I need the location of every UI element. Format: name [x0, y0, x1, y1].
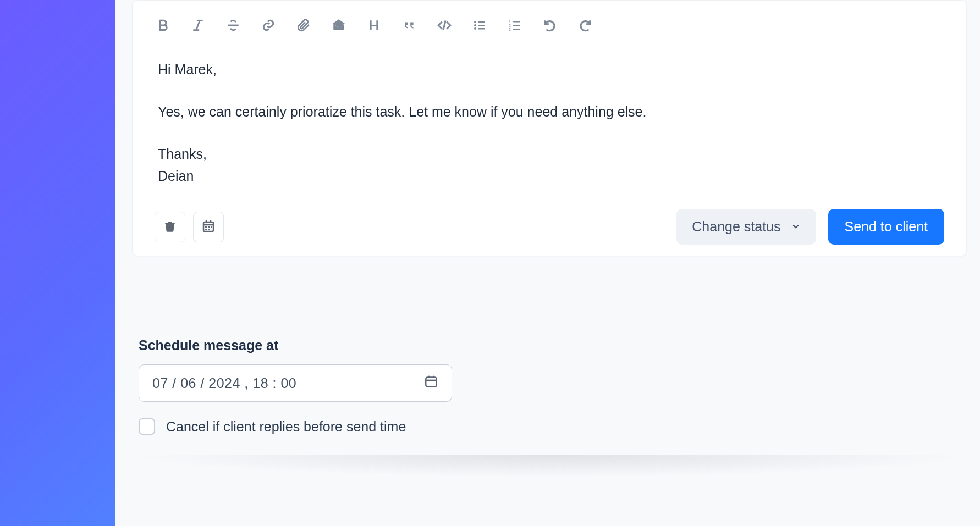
schedule-datetime-input[interactable]: 07 / 06 / 2024 , 18 : 00: [139, 364, 452, 402]
bullet-list-icon[interactable]: [471, 17, 488, 34]
svg-point-7: [474, 27, 476, 30]
svg-rect-27: [426, 377, 437, 386]
strikethrough-icon[interactable]: [225, 17, 241, 34]
change-status-button[interactable]: Change status: [676, 209, 816, 245]
svg-rect-14: [513, 21, 520, 23]
svg-rect-23: [208, 226, 210, 228]
svg-text:2: 2: [509, 24, 511, 27]
svg-line-2: [196, 20, 200, 30]
trash-icon: [163, 219, 177, 234]
send-button[interactable]: Send to client: [828, 209, 945, 245]
redo-icon[interactable]: [577, 17, 593, 34]
send-button-label: Send to client: [845, 219, 928, 234]
attachment-icon[interactable]: [295, 17, 312, 34]
editor-toolbar: 123: [133, 1, 966, 40]
svg-rect-16: [513, 29, 520, 30]
svg-rect-25: [205, 229, 207, 230]
italic-icon[interactable]: [190, 17, 206, 34]
change-status-label: Change status: [692, 219, 780, 235]
panel-background: 123 Hi Marek, Yes, we can certainly prio…: [115, 0, 980, 526]
undo-icon[interactable]: [542, 17, 558, 34]
svg-text:3: 3: [509, 27, 511, 31]
svg-rect-8: [478, 21, 485, 23]
action-row: Change status Send to client: [133, 197, 966, 245]
bold-icon[interactable]: [155, 17, 171, 34]
signature-line: Deian: [158, 165, 941, 187]
delete-button[interactable]: [155, 212, 185, 242]
thanks-line: Thanks,: [158, 143, 941, 165]
editor-card: 123 Hi Marek, Yes, we can certainly prio…: [132, 0, 967, 256]
svg-line-4: [443, 20, 445, 30]
cancel-if-replies-checkbox[interactable]: [139, 418, 155, 435]
envelope-open-icon[interactable]: [331, 17, 347, 34]
cancel-if-replies-row: Cancel if client replies before send tim…: [139, 418, 960, 435]
quote-icon[interactable]: [401, 17, 417, 34]
svg-rect-15: [513, 25, 520, 26]
svg-rect-22: [205, 226, 207, 228]
schedule-section: Schedule message at 07 / 06 / 2024 , 18 …: [132, 324, 967, 450]
calendar-outline-icon: [424, 374, 438, 392]
schedule-datetime-value: 07 / 06 / 2024 , 18 : 00: [152, 375, 424, 391]
svg-point-5: [474, 21, 476, 23]
svg-rect-17: [165, 223, 175, 224]
svg-rect-26: [208, 229, 210, 230]
schedule-label: Schedule message at: [139, 337, 960, 353]
numbered-list-icon[interactable]: 123: [506, 17, 523, 34]
svg-text:1: 1: [509, 20, 511, 24]
heading-icon[interactable]: [366, 17, 382, 34]
greeting-line: Hi Marek,: [158, 59, 941, 80]
cancel-if-replies-label: Cancel if client replies before send tim…: [166, 419, 406, 435]
chevron-down-icon: [791, 219, 801, 235]
schedule-button[interactable]: [193, 212, 224, 242]
svg-rect-9: [478, 25, 485, 26]
svg-rect-24: [211, 226, 212, 228]
code-icon[interactable]: [436, 17, 453, 34]
link-icon[interactable]: [260, 17, 277, 34]
message-body[interactable]: Hi Marek, Yes, we can certainly priorati…: [133, 40, 966, 197]
body-line: Yes, we can certainly prioratize this ta…: [158, 101, 941, 123]
calendar-icon: [202, 219, 215, 234]
svg-rect-10: [478, 28, 485, 30]
svg-point-6: [474, 24, 476, 26]
